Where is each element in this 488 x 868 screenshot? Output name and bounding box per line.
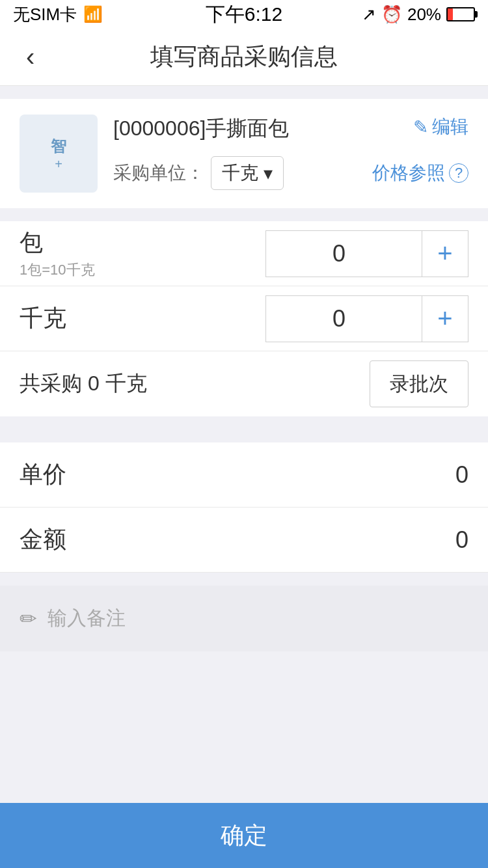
carrier-text: 无SIM卡 (13, 3, 77, 26)
unit-value: 千克 (222, 161, 258, 185)
unit-label: 采购单位： (113, 161, 204, 185)
product-unit-row: 采购单位： 千克 ▾ 价格参照 ? (113, 156, 468, 190)
kg-controls: + (98, 295, 468, 342)
status-bar-left: 无SIM卡 📶 (13, 3, 103, 26)
price-ref-label: 价格参照 (372, 161, 445, 185)
product-info: [0000006]手撕面包 ✎ 编辑 采购单位： 千克 ▾ 价格参照 ? (113, 115, 468, 190)
kg-quantity-input[interactable] (265, 295, 422, 342)
unit-price-value: 0 (455, 461, 468, 489)
bag-input-row: 包 1包=10千克 + (0, 221, 488, 286)
main-content: 智 + [0000006]手撕面包 ✎ 编辑 采购单位： 千克 ▾ (0, 99, 488, 729)
unit-price-label: 单价 (20, 459, 66, 491)
bag-sub-label: 1包=10千克 (20, 260, 98, 280)
logo-text: 智 (51, 136, 66, 157)
product-image: 智 + (20, 115, 98, 193)
nav-bar: ‹ 填写商品采购信息 (0, 29, 488, 86)
status-bar-time: 下午6:12 (206, 1, 282, 28)
bag-main-label: 包 (20, 227, 98, 259)
battery-icon (446, 7, 475, 21)
confirm-button[interactable]: 确定 (0, 803, 488, 868)
page-title: 填写商品采购信息 (150, 41, 338, 73)
batch-button[interactable]: 录批次 (370, 360, 468, 407)
bag-controls: + (98, 230, 468, 277)
kg-main-label: 千克 (20, 303, 98, 334)
product-card: 智 + [0000006]手撕面包 ✎ 编辑 采购单位： 千克 ▾ (0, 99, 488, 208)
bag-plus-button[interactable]: + (422, 230, 468, 277)
status-bar: 无SIM卡 📶 下午6:12 ↗ ⏰ 20% (0, 0, 488, 29)
logo-plus: + (55, 157, 62, 172)
unit-price-row: 单价 0 (0, 442, 488, 508)
amount-row: 金额 0 (0, 508, 488, 573)
divider-1 (0, 208, 488, 221)
edit-button[interactable]: ✎ 编辑 (413, 115, 468, 139)
kg-plus-button[interactable]: + (422, 295, 468, 342)
remark-section[interactable]: ✏ 输入备注 (0, 586, 488, 651)
wifi-icon: 📶 (83, 5, 103, 23)
dropdown-icon: ▾ (264, 163, 273, 184)
product-header: [0000006]手撕面包 ✎ 编辑 (113, 115, 468, 143)
remark-placeholder: 输入备注 (47, 605, 126, 632)
amount-label: 金额 (20, 524, 66, 556)
price-section: 单价 0 金额 0 (0, 442, 488, 573)
pencil-icon: ✏ (20, 606, 37, 631)
bag-label: 包 1包=10千克 (20, 227, 98, 280)
confirm-label: 确定 (221, 820, 267, 852)
edit-icon: ✎ (413, 116, 428, 138)
kg-label: 千克 (20, 303, 98, 334)
product-name: [0000006]手撕面包 (113, 115, 289, 143)
price-ref-button[interactable]: 价格参照 ? (372, 161, 468, 185)
location-icon: ↗ (362, 5, 376, 25)
summary-row: 共采购 0 千克 录批次 (0, 351, 488, 416)
kg-input-row: 千克 + (0, 286, 488, 351)
bag-quantity-input[interactable] (265, 230, 422, 277)
alarm-icon: ⏰ (381, 5, 402, 25)
status-bar-right: ↗ ⏰ 20% (362, 5, 475, 25)
divider-2 (0, 416, 488, 429)
input-section: 包 1包=10千克 + 千克 + (0, 221, 488, 351)
summary-text: 共采购 0 千克 (20, 370, 147, 398)
back-button[interactable]: ‹ (20, 36, 41, 78)
price-ref-help-icon: ? (449, 163, 468, 183)
battery-percent: 20% (407, 5, 441, 25)
amount-value: 0 (455, 526, 468, 554)
unit-selector[interactable]: 千克 ▾ (211, 156, 284, 190)
edit-label: 编辑 (432, 115, 468, 139)
